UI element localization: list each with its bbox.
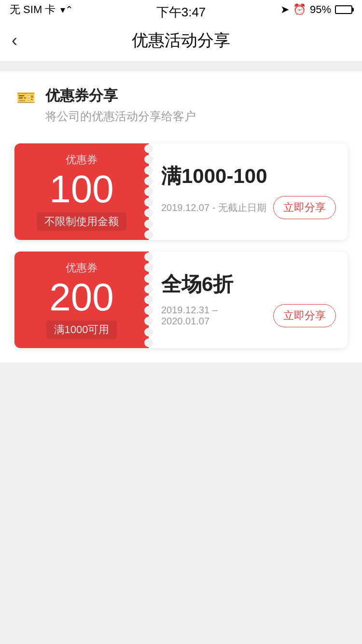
coupon-footer-2: 2019.12.31 – 2020.01.07 立即分享	[161, 304, 336, 327]
back-button[interactable]: ‹	[12, 30, 17, 51]
status-right: ➤ ⏰ 95%	[280, 3, 352, 16]
coupon-left-1: 优惠券 100 不限制使用金额	[14, 143, 149, 240]
coupon-footer-1: 2019.12.07 - 无截止日期 立即分享	[161, 196, 336, 219]
coupon-name-1: 满1000-100	[161, 164, 336, 188]
page-title: 优惠活动分享	[132, 29, 230, 52]
battery-percent: 95%	[310, 3, 331, 16]
section-title: 优惠券分享	[45, 86, 196, 106]
wifi-icon: ▾⌃	[60, 4, 73, 15]
status-time: 下午3:47	[156, 4, 206, 21]
coupon-card-1: 优惠券 100 不限制使用金额 满1000-100	[14, 143, 348, 240]
section-text-group: 优惠券分享 将公司的优惠活动分享给客户	[45, 86, 196, 124]
coupon-name-2: 全场6折	[161, 272, 336, 296]
share-button-2[interactable]: 立即分享	[273, 304, 336, 327]
coupon-right-2: 全场6折 2019.12.31 – 2020.01.07 立即分享	[149, 252, 348, 348]
coupon-amount-1: 100	[49, 170, 113, 209]
coupon-right-1: 满1000-100 2019.12.07 - 无截止日期 立即分享	[149, 143, 348, 240]
coupon-amount-2: 200	[49, 278, 113, 317]
status-left: 无 SIM 卡 ▾⌃	[10, 2, 73, 17]
coupon-label-2: 优惠券	[66, 261, 97, 275]
top-divider	[0, 62, 362, 71]
section-subtitle: 将公司的优惠活动分享给客户	[45, 109, 196, 124]
alarm-icon: ⏰	[293, 3, 306, 16]
coupon-date-2: 2019.12.31 – 2020.01.07	[161, 305, 267, 327]
section-header: 🎫 优惠券分享 将公司的优惠活动分享给客户	[0, 71, 362, 134]
coupon-list: 优惠券 100 不限制使用金额 满1000-100	[0, 134, 362, 363]
coupon-card-2: 优惠券 200 满1000可用 全场6折 2019.	[14, 252, 348, 348]
carrier-label: 无 SIM 卡	[10, 2, 56, 17]
battery-icon	[335, 5, 352, 14]
coupon-left-2: 优惠券 200 满1000可用	[14, 252, 149, 348]
coupon-label-1: 优惠券	[66, 153, 97, 167]
location-icon: ➤	[280, 3, 289, 16]
share-button-1[interactable]: 立即分享	[273, 196, 336, 219]
coupon-date-1: 2019.12.07 - 无截止日期	[161, 201, 267, 214]
coupon-condition-1: 不限制使用金额	[37, 212, 126, 231]
nav-bar: ‹ 优惠活动分享	[0, 19, 362, 62]
coupon-condition-2: 满1000可用	[46, 321, 117, 339]
coupon-section-icon: 🎫	[14, 86, 38, 109]
status-bar: 无 SIM 卡 ▾⌃ 下午3:47 ➤ ⏰ 95%	[0, 0, 362, 19]
